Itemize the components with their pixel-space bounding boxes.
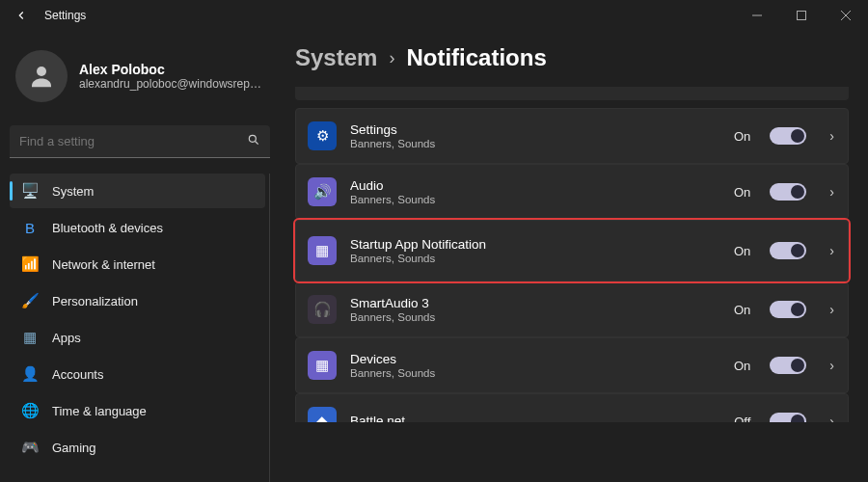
chevron-right-icon[interactable]: › (829, 184, 834, 200)
app-row[interactable]: ⚙SettingsBanners, SoundsOn› (295, 108, 849, 164)
toggle-switch[interactable] (770, 413, 806, 422)
toggle-state-label: On (734, 185, 750, 200)
chevron-right-icon[interactable]: › (829, 414, 834, 422)
svg-line-6 (256, 142, 258, 145)
app-name: Audio (350, 178, 720, 193)
nav-icon: 📶 (21, 255, 39, 273)
nav-label: Time & language (52, 404, 147, 418)
app-icon: 🔊 (308, 177, 337, 206)
nav-list: 🖥️SystemBBluetooth & devices📶Network & i… (10, 174, 270, 482)
account-card[interactable]: Alex Poloboc alexandru_poloboc@windowsre… (10, 37, 270, 120)
app-subtitle: Banners, Sounds (350, 311, 720, 323)
nav-item-accounts[interactable]: 👤Accounts (10, 357, 265, 391)
breadcrumb-parent[interactable]: System (295, 44, 377, 71)
nav-label: Gaming (52, 441, 96, 455)
nav-item-system[interactable]: 🖥️System (10, 174, 265, 208)
nav-label: System (52, 184, 94, 199)
svg-rect-1 (798, 12, 806, 20)
toggle-switch[interactable] (770, 301, 806, 318)
nav-icon: 🌐 (21, 402, 39, 419)
app-icon: ⚙ (308, 121, 337, 150)
nav-label: Accounts (52, 367, 103, 382)
chevron-right-icon[interactable]: › (829, 302, 834, 317)
nav-icon: 🖌️ (21, 292, 39, 309)
search-input[interactable] (19, 134, 247, 148)
nav-icon: 🖥️ (21, 182, 39, 200)
nav-label: Network & internet (52, 257, 155, 272)
chevron-right-icon[interactable]: › (829, 128, 834, 144)
sidebar: Alex Poloboc alexandru_poloboc@windowsre… (0, 31, 280, 482)
app-row[interactable]: ▦Startup App NotificationBanners, Sounds… (295, 220, 849, 281)
nav-icon: 🎮 (21, 439, 39, 456)
main-panel: System › Notifications ⚙SettingsBanners,… (280, 31, 868, 482)
maximize-button[interactable] (779, 0, 824, 31)
avatar (15, 50, 68, 102)
breadcrumb: System › Notifications (295, 44, 849, 71)
search-box[interactable] (10, 125, 270, 158)
svg-point-5 (249, 135, 256, 142)
nav-label: Bluetooth & devices (52, 221, 163, 235)
chevron-right-icon: › (389, 48, 394, 68)
app-name: Startup App Notification (350, 237, 720, 252)
app-icon: ▦ (308, 351, 337, 380)
nav-item-time-language[interactable]: 🌐Time & language (10, 393, 265, 428)
search-icon (247, 133, 260, 149)
app-name: SmartAudio 3 (350, 296, 720, 310)
toggle-state-label: On (734, 244, 750, 258)
app-name: Battle.net (350, 414, 720, 422)
app-subtitle: Banners, Sounds (350, 367, 720, 379)
title-bar: Settings (0, 0, 868, 31)
toggle-state-label: On (734, 303, 750, 317)
toggle-switch[interactable] (770, 127, 806, 145)
user-name: Alex Poloboc (79, 62, 262, 77)
nav-item-bluetooth-devices[interactable]: BBluetooth & devices (10, 210, 265, 245)
toggle-state-label: On (734, 359, 750, 373)
app-icon: ◆ (308, 407, 337, 422)
nav-icon: 👤 (21, 365, 39, 383)
svg-point-4 (37, 67, 46, 76)
app-row[interactable]: 🎧SmartAudio 3Banners, SoundsOn› (295, 281, 849, 337)
nav-label: Personalization (52, 294, 138, 308)
app-icon: 🎧 (308, 295, 337, 324)
back-button[interactable] (8, 2, 35, 29)
minimize-button[interactable] (735, 0, 779, 31)
app-row[interactable]: ◆Battle.netOff› (295, 393, 849, 422)
toggle-switch[interactable] (770, 357, 806, 374)
nav-item-gaming[interactable]: 🎮Gaming (10, 430, 265, 465)
prev-section-edge (295, 87, 849, 100)
app-subtitle: Banners, Sounds (350, 138, 720, 149)
toggle-state-label: Off (734, 415, 750, 423)
app-subtitle: Banners, Sounds (350, 253, 720, 264)
nav-icon: ▦ (21, 329, 39, 346)
app-icon: ▦ (308, 236, 337, 265)
app-subtitle: Banners, Sounds (350, 194, 720, 205)
nav-label: Apps (52, 331, 81, 345)
app-name: Devices (350, 352, 720, 366)
app-name: Settings (350, 122, 720, 137)
app-row[interactable]: 🔊AudioBanners, SoundsOn› (295, 164, 849, 220)
window-title: Settings (44, 9, 86, 22)
toggle-switch[interactable] (770, 242, 806, 259)
user-email: alexandru_poloboc@windowsreport... (79, 77, 262, 91)
nav-icon: B (21, 219, 39, 236)
chevron-right-icon[interactable]: › (829, 358, 834, 373)
app-row[interactable]: ▦DevicesBanners, SoundsOn› (295, 337, 849, 393)
toggle-switch[interactable] (770, 183, 806, 201)
chevron-right-icon[interactable]: › (829, 243, 834, 258)
nav-item-network-internet[interactable]: 📶Network & internet (10, 247, 265, 281)
close-button[interactable] (824, 0, 868, 31)
nav-item-personalization[interactable]: 🖌️Personalization (10, 283, 265, 318)
toggle-state-label: On (734, 129, 750, 144)
nav-item-apps[interactable]: ▦Apps (10, 320, 265, 355)
breadcrumb-current: Notifications (406, 44, 546, 71)
